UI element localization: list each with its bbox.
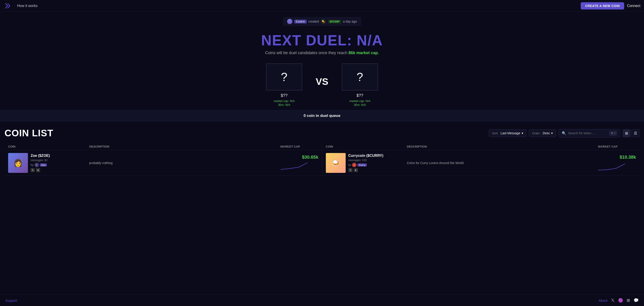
logo[interactable] xyxy=(4,2,12,10)
duel-right-market-cap: market cap: N/A xyxy=(349,99,370,103)
zoe-coin-cell: 👩 Zoe ($ZOE) messages: 82 by Z Zoe 𝕏 ● xyxy=(4,150,86,176)
curry-name: Currycoin ($CURRY) xyxy=(348,154,400,158)
ticker-coin-badge: $PUMP xyxy=(328,20,341,24)
how-it-works-link[interactable]: How it works xyxy=(17,4,38,8)
ticker-bar: C Cedric created 💊 $PUMP a day ago xyxy=(283,17,360,26)
zoe-creator: by Z Zoe xyxy=(31,163,82,167)
hero-section: C Cedric created 💊 $PUMP a day ago NEXT … xyxy=(0,12,644,106)
ticker-action: created xyxy=(308,20,319,23)
table-header-row: Coin Description Market Cap Coin Descrip… xyxy=(4,143,640,150)
curry-info: Currycoin ($CURRY) messages: 103 by C Cu… xyxy=(348,154,400,172)
ticker-creator-badge: Cedric xyxy=(294,20,306,24)
coin-list-controls: Sort: Last Message ▾ Order: Desc ▾ 🔍 ⌘ J… xyxy=(489,129,640,137)
duel-subtitle: Coins will be duel candidates once they … xyxy=(4,51,640,55)
queue-bar: 0 coin in duel queue xyxy=(0,110,644,121)
coin-list-title: COIN LIST xyxy=(4,128,54,138)
telegram-footer-icon[interactable]: ⊞ xyxy=(627,298,630,303)
search-shortcut-hint: ⌘ J xyxy=(609,131,617,135)
order-value: Desc xyxy=(543,131,550,135)
curry-avatar: 🍛 xyxy=(326,153,346,173)
zoe-creator-avatar: Z xyxy=(34,163,39,167)
curry-price: $10.38k xyxy=(598,155,636,160)
sort-chevron-icon: ▾ xyxy=(522,131,523,135)
zoe-messages: messages: 82 xyxy=(31,159,82,162)
nav-actions: CREATE A NEW COIN Connect xyxy=(581,2,640,10)
zoe-avatar: 👩 xyxy=(8,153,28,173)
zoe-twitter-icon[interactable]: 𝕏 xyxy=(31,168,35,172)
duel-right-box: ? xyxy=(342,63,378,90)
ticker-time: a day ago xyxy=(343,20,357,23)
ticker-avatar: C xyxy=(287,19,292,24)
curry-creator-badge: Curry xyxy=(358,163,366,167)
curry-coin-cell: 🍛 Currycoin ($CURRY) messages: 103 by C … xyxy=(322,150,403,176)
duel-right-price: $?? xyxy=(356,93,363,98)
about-link[interactable]: About xyxy=(599,298,608,302)
curry-description: Coins for Curry Lovers Around the World xyxy=(403,159,595,168)
zoe-chart xyxy=(280,162,308,171)
duel-arena: ? $?? market cap: N/A 30m: N/A VS ? $?? … xyxy=(4,63,640,106)
curry-twitter-icon[interactable]: 𝕏 xyxy=(348,168,352,172)
col-header-mcap-1: Market Cap xyxy=(277,145,322,148)
duel-left-volume: 30m: N/A xyxy=(278,103,290,106)
sort-dropdown[interactable]: Sort: Last Message ▾ xyxy=(489,129,526,137)
coin-list-header: COIN LIST Sort: Last Message ▾ Order: De… xyxy=(4,128,640,138)
navbar: How it works CREATE A NEW COIN Connect xyxy=(0,0,644,12)
order-label: Order: xyxy=(532,131,540,135)
col-header-coin-2: Coin xyxy=(322,145,403,148)
duel-title: NEXT DUEL: N/A xyxy=(4,32,640,49)
order-dropdown[interactable]: Order: Desc ▾ xyxy=(529,129,556,137)
zoe-creator-badge: Zoe xyxy=(40,163,47,167)
duel-right-card: ? $?? market cap: N/A 30m: N/A xyxy=(337,63,382,106)
footer: Support About 𝕏 🟣 ⊞ 💬 xyxy=(0,294,644,306)
search-input[interactable] xyxy=(568,131,608,135)
curry-messages: messages: 103 xyxy=(348,159,400,162)
col-header-desc-1: Description xyxy=(86,145,277,148)
col-header-mcap-2: Market Cap xyxy=(594,145,640,148)
zoe-price-cell: $30.65k xyxy=(277,152,322,174)
grid-view-button[interactable]: ⊞ xyxy=(622,129,630,137)
sort-label: Sort: xyxy=(492,131,498,135)
zoe-extra-icon[interactable]: ● xyxy=(36,168,40,172)
zoe-price: $30.65k xyxy=(280,155,318,160)
curry-chart xyxy=(598,162,625,171)
list-view-button[interactable]: ☰ xyxy=(632,129,640,137)
create-coin-button[interactable]: CREATE A NEW COIN xyxy=(581,2,624,10)
curry-creator: by C Curry xyxy=(348,163,400,167)
order-chevron-icon: ▾ xyxy=(551,131,553,135)
table-row: 👩 Zoe ($ZOE) messages: 82 by Z Zoe 𝕏 ● xyxy=(4,150,640,176)
zoe-description: probably nothing xyxy=(86,159,277,168)
curry-price-cell: $10.38k xyxy=(594,152,640,174)
discord-footer-icon[interactable]: 🟣 xyxy=(618,298,623,303)
search-container: 🔍 ⌘ J xyxy=(558,129,620,137)
ticker-coin-avatar: 💊 xyxy=(321,19,326,24)
footer-right: About 𝕏 🟣 ⊞ 💬 xyxy=(599,298,638,303)
curry-extra-icon[interactable]: ● xyxy=(354,168,358,172)
duel-left-box: ? xyxy=(266,63,302,90)
vs-label: VS xyxy=(307,76,337,87)
zoe-name: Zoe ($ZOE) xyxy=(31,154,82,158)
chat-footer-icon[interactable]: 💬 xyxy=(634,298,638,303)
connect-button[interactable]: Connect xyxy=(627,4,640,8)
coin-table: Coin Description Market Cap Coin Descrip… xyxy=(4,143,640,176)
search-icon: 🔍 xyxy=(562,131,566,135)
duel-left-card: ? $?? market cap: N/A 30m: N/A xyxy=(262,63,307,106)
duel-left-market-cap: market cap: N/A xyxy=(274,99,294,103)
duel-right-volume: 30m: N/A xyxy=(354,103,366,106)
col-header-desc-2: Description xyxy=(403,145,595,148)
col-header-coin-1: Coin xyxy=(4,145,86,148)
duel-left-price: $?? xyxy=(281,93,288,98)
zoe-info: Zoe ($ZOE) messages: 82 by Z Zoe 𝕏 ● xyxy=(31,154,82,172)
coin-list-section: COIN LIST Sort: Last Message ▾ Order: De… xyxy=(0,121,644,176)
view-toggle: ⊞ ☰ xyxy=(622,129,640,137)
sort-value: Last Message xyxy=(501,131,520,135)
twitter-footer-icon[interactable]: 𝕏 xyxy=(611,298,614,303)
support-link[interactable]: Support xyxy=(6,298,17,302)
curry-creator-avatar: C xyxy=(352,163,356,167)
